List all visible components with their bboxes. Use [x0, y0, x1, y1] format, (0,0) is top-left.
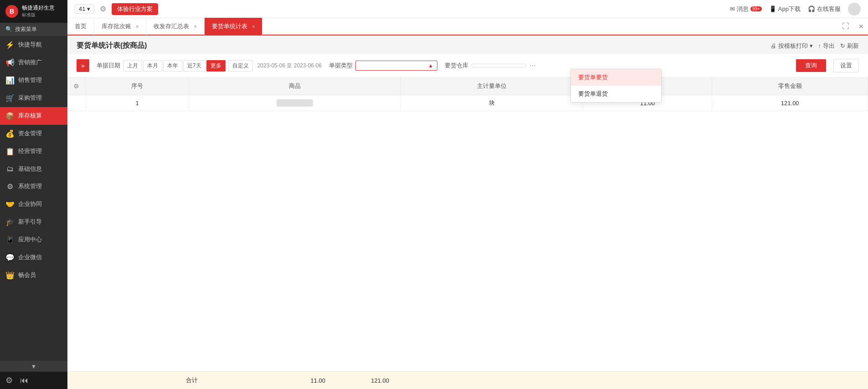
logo-sub: 标准版 [22, 12, 55, 18]
user-avatar[interactable] [848, 3, 861, 15]
app-center-icon: 📱 [5, 235, 15, 244]
refresh-btn[interactable]: ↻ 刷新 [840, 42, 859, 50]
operation-label: 经营管理 [18, 147, 42, 155]
sidebar-item-quick-nav[interactable]: ⚡ 快捷导航 [0, 36, 67, 54]
sidebar-search[interactable]: 🔍 搜索菜单 [0, 23, 67, 36]
refresh-icon: ↻ [840, 42, 845, 49]
tabs-expand-icon[interactable]: ⛶ [837, 22, 854, 31]
tab-close-inventory-batch[interactable]: × [136, 24, 139, 29]
refresh-label: 刷新 [847, 42, 859, 50]
column-settings-icon[interactable]: ⚙ [73, 82, 79, 90]
data-table: ⚙ 序号 商品 主计量单位 主数量 零售金额 1 块 11.00 121.00 [67, 77, 868, 111]
data-table-container: ⚙ 序号 商品 主计量单位 主数量 零售金额 1 块 11.00 121.00 [67, 77, 868, 371]
sidebar-scroll-down[interactable]: ▼ [0, 361, 67, 372]
type-select[interactable]: ▲ [355, 61, 437, 71]
sidebar-item-app-center[interactable]: 📱 应用中心 [0, 231, 67, 249]
footer-amount: 121.00 [353, 377, 389, 384]
tab-label-receive-summary: 收发存汇总表 [154, 22, 189, 31]
date-filter-group: 单据日期 上月 本月 本年 近7天 更多 自定义 2023-05-06 至 20… [97, 60, 322, 72]
settings-bottom-icon[interactable]: ⚙ [5, 375, 13, 385]
tab-close-receive-summary[interactable]: × [194, 24, 196, 29]
quick-nav-label: 快捷导航 [18, 41, 42, 49]
print-template-btn[interactable]: 🖨 按模板打印 ▾ [770, 42, 813, 50]
type-select-arrow-up: ▲ [428, 62, 433, 69]
purchase-icon: 🛒 [5, 94, 15, 102]
row-goods [189, 95, 401, 111]
message-label: 消息 [737, 5, 749, 13]
sidebar-item-operation[interactable]: 📋 经营管理 [0, 143, 67, 160]
table-row: 1 块 11.00 121.00 [67, 95, 868, 111]
sidebar-item-beginner[interactable]: 🎓 新手引导 [0, 213, 67, 231]
date-btn-this-year[interactable]: 本年 [163, 60, 182, 72]
sales-icon: 📊 [5, 76, 15, 85]
sales-label: 销售管理 [18, 76, 42, 84]
header-gear-icon[interactable]: ⚙ [100, 5, 106, 13]
th-settings: ⚙ [67, 77, 86, 95]
date-range-display: 2023-05-06 至 2023-06-06 [257, 62, 322, 70]
footer-label: 合计 [186, 376, 198, 384]
app-download-btn[interactable]: 📱 App下载 [769, 5, 801, 13]
sidebar-item-enterprise[interactable]: 🤝 企业协同 [0, 195, 67, 213]
query-button[interactable]: 查询 [796, 59, 826, 72]
company-select[interactable]: 41 ▾ [75, 4, 94, 14]
print-template-label: 按模板打印 [778, 42, 808, 50]
dropdown-item-order[interactable]: 要货单要货 [571, 69, 661, 86]
date-btn-custom[interactable]: 自定义 [228, 60, 253, 72]
warehouse-more-btn[interactable]: ··· [529, 61, 535, 70]
sidebar-item-inventory[interactable]: 📦 库存核算 [0, 107, 67, 125]
collapse-sidebar-icon[interactable]: ⏮ [20, 376, 28, 385]
sidebar-item-sales[interactable]: 📊 销售管理 [0, 72, 67, 89]
wechat-icon: 💬 [5, 253, 15, 262]
expand-filter-btn[interactable]: » [77, 59, 89, 72]
quick-nav-icon: ⚡ [5, 41, 15, 49]
trial-button[interactable]: 体验行业方案 [112, 3, 158, 15]
sidebar-item-system[interactable]: ⚙ 系统管理 [0, 178, 67, 195]
type-filter-group: 单据类型 ▲ 要货单要货要货单退货 [329, 61, 437, 71]
app-center-label: 应用中心 [18, 235, 42, 244]
sidebar-item-marketing[interactable]: 📢 营销推广 [0, 54, 67, 72]
sidebar-item-finance[interactable]: 💰 资金管理 [0, 125, 67, 143]
page-header: 要货单统计表(按商品) 🖨 按模板打印 ▾ ↑ 导出 ↻ 刷新 [67, 36, 868, 54]
date-btn-more[interactable]: 更多 [206, 60, 226, 72]
company-name: 41 [79, 5, 85, 12]
filter-bar: » 单据日期 上月 本月 本年 近7天 更多 自定义 2023-05-06 至 … [67, 54, 868, 77]
date-filter-label: 单据日期 [97, 61, 120, 70]
system-icon: ⚙ [5, 182, 15, 191]
sidebar-item-basic[interactable]: 🗂 基础信息 [0, 160, 67, 178]
tab-home[interactable]: 首页 [67, 18, 94, 35]
page-title: 要货单统计表(按商品) [77, 41, 147, 51]
member-label: 畅会员 [18, 271, 36, 279]
headset-icon: 🎧 [808, 5, 815, 12]
tab-receive-summary[interactable]: 收发存汇总表× [146, 18, 204, 35]
export-btn[interactable]: ↑ 导出 [818, 42, 835, 50]
tab-order-summary[interactable]: 要货单统计表× [205, 18, 262, 35]
message-btn[interactable]: ✉ 消息 99+ [730, 5, 762, 13]
tabs-close-icon[interactable]: × [854, 22, 868, 31]
date-btn-last-month[interactable]: 上月 [123, 60, 142, 72]
search-icon: 🔍 [5, 26, 12, 32]
phone-icon: 📱 [769, 5, 776, 12]
warehouse-input[interactable] [471, 64, 526, 67]
page-actions: 🖨 按模板打印 ▾ ↑ 导出 ↻ 刷新 [770, 42, 859, 50]
logo-icon: B [5, 5, 18, 18]
online-service-btn[interactable]: 🎧 在线客服 [808, 5, 841, 13]
table-footer: 合计 11.00 121.00 [67, 371, 868, 389]
logo-name: 畅捷通好生意 [22, 5, 55, 12]
sidebar-item-member[interactable]: 👑 畅会员 [0, 266, 67, 284]
finance-label: 资金管理 [18, 129, 42, 138]
row-index: 1 [86, 95, 189, 111]
top-header: 41 ▾ ⚙ 体验行业方案 ✉ 消息 99+ 📱 App下载 🎧 在线客服 [67, 0, 868, 18]
sidebar-item-wechat[interactable]: 💬 企业微信 [0, 249, 67, 266]
export-icon: ↑ [818, 42, 822, 49]
date-btn-this-month[interactable]: 本月 [143, 60, 162, 72]
settings-button[interactable]: 设置 [833, 59, 859, 72]
beginner-icon: 🎓 [5, 218, 15, 226]
tab-inventory-batch[interactable]: 库存批次账× [94, 18, 146, 35]
enterprise-label: 企业协同 [18, 200, 42, 208]
sidebar-item-purchase[interactable]: 🛒 采购管理 [0, 89, 67, 107]
system-label: 系统管理 [18, 182, 42, 190]
dropdown-item-return[interactable]: 要货单退货 [571, 86, 661, 102]
date-btn-7days[interactable]: 近7天 [183, 60, 205, 72]
main-area: 41 ▾ ⚙ 体验行业方案 ✉ 消息 99+ 📱 App下载 🎧 在线客服 [67, 0, 868, 389]
tab-close-order-summary[interactable]: × [252, 24, 255, 29]
